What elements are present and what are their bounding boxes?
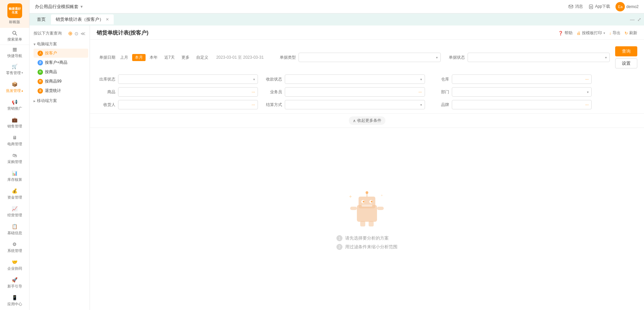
product-label: 商品	[97, 89, 115, 95]
sales-label: 销售管理	[7, 124, 22, 129]
topbar-dropdown-icon[interactable]: ▾	[80, 4, 83, 9]
scheme-settings-btn[interactable]: ⊙	[74, 31, 78, 36]
salesperson-col: 业务员 ···	[263, 87, 425, 97]
sidebar-item-purchase[interactable]: 🛍 采购管理	[0, 149, 29, 167]
doc-status-select[interactable]: ▾	[468, 53, 610, 62]
sidebar-item-system[interactable]: ⚙ 系统管理	[0, 238, 29, 256]
current-month-btn[interactable]: 本月	[132, 54, 146, 61]
tab-sales-stat-label: 销货单统计表（按客户）	[56, 16, 104, 22]
department-arrow: ▾	[587, 90, 589, 94]
recipient-input[interactable]: ···	[118, 100, 258, 109]
marketing-label: 营销推广	[7, 106, 22, 111]
message-icon	[568, 4, 574, 9]
empty-svg: ✦ ✦	[347, 188, 387, 228]
sidebar-item-newbie[interactable]: 🚀 新手引导	[0, 274, 29, 292]
export-btn[interactable]: ↓ 导出	[609, 30, 621, 36]
inventory-icon: 📊	[11, 170, 18, 176]
scheme-add-btn[interactable]: ⊕	[68, 30, 72, 37]
wholesale-label: 批发管理	[6, 88, 21, 93]
help-btn[interactable]: ❓ 帮助	[558, 30, 573, 36]
message-btn[interactable]: 消息	[568, 4, 583, 9]
scheme-item-product-99[interactable]: 商 按商品99	[34, 77, 88, 86]
print-btn[interactable]: 🖨 按模板打印 ▾	[577, 30, 605, 36]
recv-status-select[interactable]: ▾	[285, 74, 425, 84]
prev-month-btn[interactable]: 上月	[117, 54, 131, 61]
tab-sales-stat[interactable]: 销货单统计表（按客户） ✕	[51, 14, 114, 24]
sidebar-item-basic[interactable]: 📋 基础信息	[0, 220, 29, 238]
settings-btn[interactable]: 设置	[615, 58, 637, 68]
action-col: 查询 设置	[615, 44, 637, 71]
scheme-collapse-btn[interactable]: ≪	[80, 31, 86, 36]
warehouse-input[interactable]: ···	[452, 74, 592, 84]
tab-close-icon[interactable]: ✕	[106, 17, 109, 22]
sidebar-item-ecommerce[interactable]: 🖥 电商管理	[0, 132, 29, 149]
app-download-btn[interactable]: App下载	[588, 4, 610, 9]
payment-arrow: ▾	[420, 103, 422, 107]
scheme-item-by-customer[interactable]: 人 按客户	[34, 49, 88, 58]
sidebar-item-finance[interactable]: 💰 资金管理	[0, 185, 29, 203]
scheme-panel: 按以下方案查询 ⊕ ⊙ ≪ ▾ 电脑端方案 人 按客户	[30, 25, 90, 310]
app-download-icon	[588, 4, 594, 9]
sidebar-item-sales[interactable]: 💼 销售管理	[0, 114, 29, 132]
sidebar-item-retail[interactable]: 🛒 零售管理 ▾	[0, 60, 29, 78]
filter-row-3: 商品 ··· 业务员 ··· 部门	[97, 87, 637, 97]
product-input[interactable]: ···	[118, 87, 258, 97]
recipient-col: 收货人 ···	[97, 100, 258, 109]
wholesale-icon: 📦	[11, 81, 18, 88]
brand-col: 品牌 ···	[430, 100, 592, 109]
finance-icon: 💰	[11, 188, 18, 194]
more-btn[interactable]: 更多	[179, 54, 192, 61]
out-status-select[interactable]: ▾	[118, 74, 258, 84]
scheme-item-return-stat[interactable]: 退 退货统计	[34, 86, 88, 95]
empty-state: ✦ ✦ 1 请先选择要分析的方案 2 用过滤条件来缩小分析范围	[90, 128, 644, 310]
salesperson-input[interactable]: ···	[285, 87, 425, 97]
department-select[interactable]: ▾	[452, 87, 592, 97]
scheme-item-customer-product[interactable]: 多 按客户+商品	[34, 58, 88, 67]
collapse-btn[interactable]: ∧ 收起更多条件	[349, 116, 385, 125]
user-area[interactable]: Ea demo2	[615, 2, 639, 11]
tab-maximize-icon[interactable]: ⤢	[637, 17, 641, 22]
year-btn[interactable]: 本年	[147, 54, 160, 61]
quick-nav[interactable]: 快捷导航	[0, 45, 29, 60]
return-stat-label: 退货统计	[45, 88, 61, 94]
refresh-btn[interactable]: ↻ 刷新	[625, 30, 637, 36]
desktop-group-title[interactable]: ▾ 电脑端方案	[30, 40, 90, 48]
empty-tip-1: 1 请先选择要分析的方案	[336, 235, 397, 241]
apps-label: 应用中心	[7, 302, 22, 307]
sidebar-item-wholesale[interactable]: 📦 批发管理 ▴	[0, 78, 29, 96]
tip-num-2: 2	[336, 244, 342, 250]
svg-line-1	[15, 34, 17, 35]
doc-type-select[interactable]: ▾	[299, 53, 441, 62]
sidebar-item-apps[interactable]: 📱 应用中心	[0, 292, 29, 309]
tab-home[interactable]: 首页	[32, 14, 50, 24]
customer-product-label: 按客户+商品	[45, 60, 67, 65]
newbie-icon: 🚀	[11, 276, 18, 283]
refresh-icon: ↻	[625, 31, 628, 36]
out-status-col: 出库状态 ▾	[97, 74, 258, 84]
sidebar-item-operation[interactable]: 📈 经营管理	[0, 203, 29, 220]
print-arrow[interactable]: ▾	[603, 31, 605, 35]
sidebar-item-inventory[interactable]: 📊 库存核算	[0, 167, 29, 185]
salesperson-dots: ···	[419, 90, 422, 94]
mobile-group-title[interactable]: ▸ 移动端方案	[30, 97, 90, 105]
scheme-title: 按以下方案查询	[34, 31, 62, 36]
doc-type-arrow: ▾	[436, 56, 438, 59]
scheme-group-items: 人 按客户 多 按客户+商品 商 按商品 商 按商品99	[30, 49, 90, 95]
payment-col: 结算方式 ▾	[263, 100, 425, 109]
system-icon: ⚙	[11, 241, 18, 248]
custom-btn[interactable]: 自定义	[194, 54, 211, 61]
payment-select[interactable]: ▾	[285, 100, 425, 109]
search-menu[interactable]: 搜索菜单	[0, 28, 29, 45]
recv-status-arrow: ▾	[420, 78, 422, 81]
scheme-item-by-product[interactable]: 商 按商品	[34, 67, 88, 76]
desktop-group-arrow: ▾	[34, 42, 36, 47]
week-btn[interactable]: 近7天	[162, 54, 177, 61]
desktop-scheme-group: ▾ 电脑端方案 人 按客户 多 按客户+商品 商 按商品	[30, 40, 90, 95]
apps-icon: 📱	[11, 294, 18, 301]
query-btn[interactable]: 查询	[615, 46, 637, 56]
brand-input[interactable]: ···	[452, 100, 592, 109]
sidebar-item-company[interactable]: 🤝 企业协同	[0, 256, 29, 274]
sidebar-item-marketing[interactable]: 📢 营销推广	[0, 96, 29, 114]
tab-minimize-icon[interactable]: —	[630, 17, 635, 22]
sidebar: 畅捷通好生意 标账版 搜索菜单 快捷导航 🛒 零售管理 ▾ 📦 批发管理 ▴ 📢…	[0, 0, 30, 310]
